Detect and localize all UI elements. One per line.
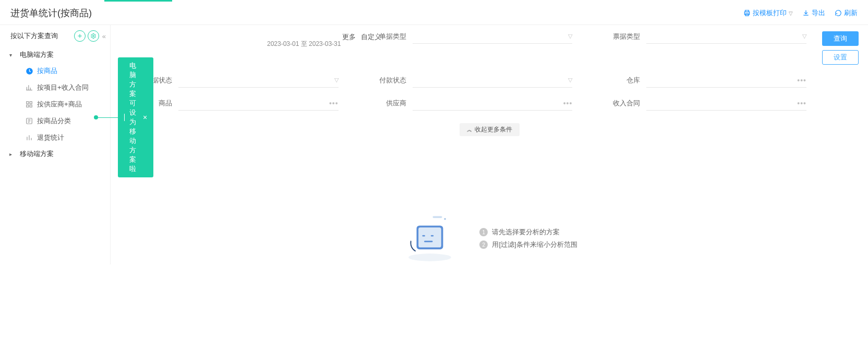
chevron-down-icon: ▽	[789, 10, 793, 16]
clock-icon	[25, 67, 33, 75]
empty-step-1: 1请先选择要分析的方案	[479, 227, 577, 237]
chevron-down-icon: ▽	[568, 77, 572, 83]
filter-more-link[interactable]: 更多	[342, 33, 356, 41]
sidebar-item-by-project-contract[interactable]: 按项目+收入合同	[22, 79, 106, 96]
label-warehouse: 仓库	[588, 74, 646, 85]
select-invoice-type[interactable]: ▽	[646, 30, 806, 44]
hint-tooltip: 电脑方案可设为移动方案啦 ×	[118, 57, 153, 177]
select-bill-type[interactable]: ▽	[413, 30, 573, 44]
empty-step-2: 2用[过滤]条件来缩小分析范围	[479, 240, 577, 249]
picker-warehouse[interactable]: •••	[646, 74, 806, 88]
sidebar-item-by-category[interactable]: 按商品分类	[22, 113, 106, 129]
filter-custom-link[interactable]: 自定义	[361, 33, 381, 41]
svg-rect-14	[431, 235, 433, 237]
svg-rect-7	[27, 105, 29, 107]
svg-rect-12	[419, 227, 442, 247]
bars-icon	[25, 134, 33, 142]
sidebar-group-pc[interactable]: ▾ 电脑端方案	[9, 47, 106, 63]
svg-rect-8	[30, 105, 32, 107]
svg-rect-13	[423, 235, 425, 237]
svg-rect-17	[433, 216, 442, 218]
more-icon[interactable]: •••	[563, 99, 573, 107]
grid-icon	[25, 100, 33, 109]
picker-product[interactable]: •••	[178, 97, 339, 111]
svg-rect-6	[30, 102, 32, 104]
query-button[interactable]: 查询	[822, 31, 859, 46]
label-invoice-type: 票据类型	[588, 30, 646, 41]
more-icon[interactable]: •••	[329, 99, 339, 107]
more-icon[interactable]: •••	[797, 99, 806, 107]
picker-supplier[interactable]: •••	[413, 97, 573, 111]
chevron-down-icon: ▽	[568, 33, 572, 40]
caret-right-icon: ▸	[9, 151, 16, 157]
select-pay-status[interactable]: ▽	[413, 74, 573, 88]
printer-icon	[743, 9, 751, 17]
label-supplier: 供应商	[354, 97, 413, 108]
date-range-value: 2023-03-01 至 2023-03-31	[267, 40, 341, 49]
collapse-filters-button[interactable]: ︽ 收起更多条件	[460, 123, 520, 136]
refresh-button[interactable]: 刷新	[835, 8, 858, 18]
add-scheme-button[interactable]: ＋	[74, 30, 86, 42]
label-pay-status: 付款状态	[354, 74, 413, 85]
print-template-button[interactable]: 按模板打印 ▽	[743, 8, 793, 18]
sidebar-title: 按以下方案查询	[10, 31, 72, 41]
svg-point-16	[444, 218, 447, 220]
gear-icon	[90, 33, 97, 39]
svg-rect-5	[27, 102, 29, 104]
page-title: 进货单统计(按商品)	[10, 7, 743, 19]
export-button[interactable]: 导出	[802, 8, 825, 18]
export-icon	[802, 9, 810, 17]
select-bill-status[interactable]: ▽	[178, 74, 339, 88]
chevron-down-icon: ▽	[802, 33, 806, 40]
tooltip-close-button[interactable]: ×	[143, 113, 147, 122]
chart-icon	[25, 83, 33, 92]
svg-rect-15	[424, 241, 432, 243]
refresh-icon	[835, 9, 842, 17]
sidebar-item-by-product[interactable]: 按商品	[22, 63, 106, 79]
caret-down-icon: ▾	[9, 52, 16, 58]
more-icon[interactable]: •••	[797, 76, 806, 85]
sidebar-item-return-stats[interactable]: 退货统计	[22, 129, 106, 146]
empty-illustration	[401, 212, 459, 264]
settings-button[interactable]: 设置	[822, 50, 859, 65]
svg-point-10	[408, 254, 451, 261]
double-chevron-up-icon: ︽	[467, 126, 472, 134]
sidebar-item-by-supplier-product[interactable]: 按供应商+商品	[22, 96, 106, 113]
picker-income-contract[interactable]: •••	[646, 97, 806, 111]
svg-point-3	[92, 35, 94, 37]
sidebar-group-mobile[interactable]: ▸ 移动端方案	[9, 146, 106, 162]
category-icon	[25, 117, 33, 125]
collapse-sidebar-button[interactable]: «	[102, 32, 106, 40]
label-income-contract: 收入合同	[588, 97, 646, 108]
chevron-down-icon: ▽	[334, 77, 339, 83]
scheme-settings-button[interactable]	[88, 30, 99, 42]
